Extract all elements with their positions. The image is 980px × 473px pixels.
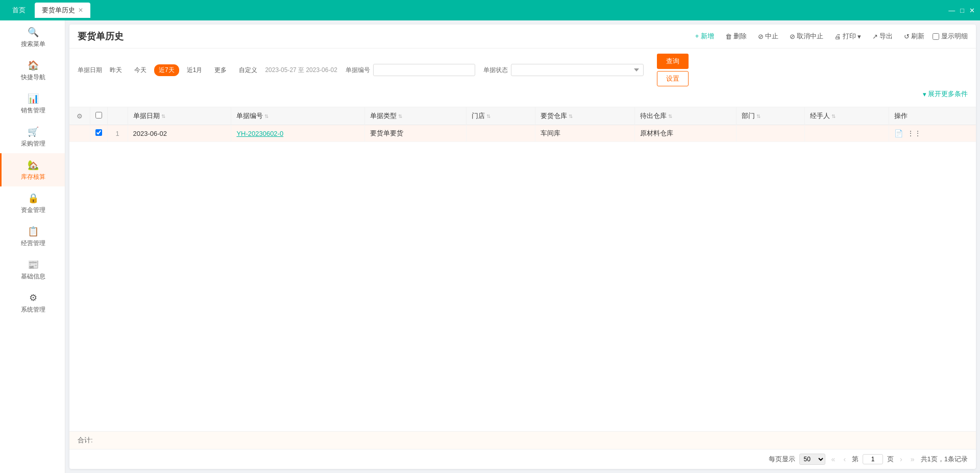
req-warehouse-sort-icon: ⇅ <box>569 113 573 119</box>
td-store <box>467 125 535 142</box>
th-doc-type[interactable]: 单据类型 ⇅ <box>364 107 466 125</box>
td-num: 1 <box>107 125 128 142</box>
doc-number-sort-icon: ⇅ <box>264 113 268 119</box>
close-tab-icon[interactable]: ✕ <box>78 7 83 14</box>
sidebar-item-label-basic-info: 基础信息 <box>21 272 45 281</box>
doc-number-input[interactable] <box>373 64 475 76</box>
date-today-btn[interactable]: 今天 <box>130 64 151 76</box>
th-req-warehouse[interactable]: 要货仓库 ⇅ <box>535 107 634 125</box>
td-doc-date: 2023-06-02 <box>128 125 231 142</box>
main-layout: 🔍 搜索菜单 🏠 快捷导航 📊 销售管理 🛒 采购管理 🏡 库存核算 🔒 资金管… <box>0 20 980 473</box>
th-handler[interactable]: 经手人 ⇅ <box>805 107 889 125</box>
print-button[interactable]: 🖨 打印 ▾ <box>831 30 864 43</box>
close-window-icon[interactable]: ✕ <box>969 7 975 14</box>
quick-nav-icon: 🏠 <box>28 60 39 71</box>
page-size-select[interactable]: 20 50 100 <box>799 454 825 465</box>
filter-row-1: 单据日期 昨天 今天 近7天 近1月 更多 自定义 2023-05-27 至 2… <box>78 54 968 86</box>
date-last1month-btn[interactable]: 近1月 <box>182 64 207 76</box>
page-size-label: 每页显示 <box>769 455 795 464</box>
filter-row-2: ▾ 展开更多条件 <box>78 89 968 99</box>
date-yesterday-btn[interactable]: 昨天 <box>105 64 127 76</box>
td-doc-number[interactable]: YH-20230602-0 <box>231 125 365 142</box>
minimize-icon[interactable]: — <box>948 7 955 14</box>
th-pending-warehouse[interactable]: 待出仓库 ⇅ <box>634 107 736 125</box>
query-button[interactable]: 查询 <box>657 54 689 69</box>
date-more-btn[interactable]: 更多 <box>210 64 231 76</box>
sidebar-item-purchase-mgmt[interactable]: 🛒 采购管理 <box>0 120 65 153</box>
export-label: 导出 <box>879 32 893 41</box>
next-page-btn[interactable]: › <box>898 454 904 464</box>
row-edit-icon[interactable]: 📄 <box>894 129 903 137</box>
th-department[interactable]: 部门 ⇅ <box>736 107 804 125</box>
sidebar-item-quick-nav[interactable]: 🏠 快捷导航 <box>0 54 65 87</box>
sidebar-item-system-mgmt[interactable]: ⚙ 系统管理 <box>0 286 65 319</box>
store-sort-icon: ⇅ <box>486 113 491 119</box>
pagination: 每页显示 20 50 100 « ‹ 第 1 页 › » 共1页，1条记录 <box>69 449 976 469</box>
last-page-btn[interactable]: » <box>909 454 917 464</box>
display-detail-checkbox-group[interactable]: 显示明细 <box>933 32 968 41</box>
td-checkbox[interactable] <box>90 125 107 142</box>
table-wrapper: ⚙ 单据日期 ⇅ <box>69 107 976 431</box>
sidebar-item-basic-info[interactable]: 📰 基础信息 <box>0 253 65 286</box>
date-custom-btn[interactable]: 自定义 <box>234 64 262 76</box>
page-input[interactable]: 1 <box>863 454 883 464</box>
expand-more-btn[interactable]: ▾ 展开更多条件 <box>923 89 968 99</box>
row-more-icon[interactable]: ⋮⋮ <box>907 129 921 137</box>
stop-button[interactable]: ⊘ 中止 <box>755 30 781 43</box>
print-icon: 🖨 <box>835 33 841 40</box>
sidebar-item-inventory-calc[interactable]: 🏡 库存核算 <box>0 153 65 186</box>
th-doc-number[interactable]: 单据编号 ⇅ <box>231 107 365 125</box>
doc-status-filter-group: 单据状态 <box>483 64 644 76</box>
row-checkbox[interactable] <box>95 129 102 136</box>
th-settings[interactable]: ⚙ <box>69 107 90 125</box>
td-department <box>736 125 804 142</box>
stop-icon: ⊘ <box>758 33 764 40</box>
total-info: 共1页，1条记录 <box>921 455 968 464</box>
new-label: + 新增 <box>695 32 714 41</box>
sidebar: 🔍 搜索菜单 🏠 快捷导航 📊 销售管理 🛒 采购管理 🏡 库存核算 🔒 资金管… <box>0 20 65 473</box>
content-area: 要货单历史 + 新增 🗑 删除 ⊘ 中止 ⊘ 取消中止 🖨 <box>69 25 976 469</box>
export-button[interactable]: ↗ 导出 <box>869 30 896 43</box>
basic-info-icon: 📰 <box>28 259 39 270</box>
first-page-btn[interactable]: « <box>829 454 838 464</box>
table-row[interactable]: 1 2023-06-02 YH-20230602-0 要货单要货 <box>69 125 976 142</box>
th-checkbox <box>90 107 107 125</box>
doc-number-filter-group: 单据编号 <box>346 64 475 76</box>
th-doc-date[interactable]: 单据日期 ⇅ <box>128 107 231 125</box>
doc-status-select[interactable] <box>511 64 644 76</box>
display-detail-checkbox[interactable] <box>933 33 939 40</box>
refresh-icon: ↺ <box>904 33 910 40</box>
filter-area: 单据日期 昨天 今天 近7天 近1月 更多 自定义 2023-05-27 至 2… <box>69 49 976 107</box>
sidebar-item-sales-mgmt[interactable]: 📊 销售管理 <box>0 87 65 120</box>
sidebar-item-search-menu[interactable]: 🔍 搜索菜单 <box>0 20 65 54</box>
table-settings-icon[interactable]: ⚙ <box>77 112 83 120</box>
sidebar-item-funds-mgmt[interactable]: 🔒 资金管理 <box>0 186 65 220</box>
prev-page-btn[interactable]: ‹ <box>841 454 848 464</box>
filter-actions: 查询 设置 <box>657 54 689 86</box>
sidebar-item-label-search-menu: 搜索菜单 <box>21 40 45 49</box>
tab-home[interactable]: 首页 <box>5 3 33 18</box>
th-store[interactable]: 门店 ⇅ <box>467 107 535 125</box>
summary-label: 合计: <box>78 436 93 445</box>
setting-button[interactable]: 设置 <box>657 71 689 86</box>
refresh-button[interactable]: ↺ 刷新 <box>901 30 927 43</box>
sidebar-item-label-system-mgmt: 系统管理 <box>21 305 45 314</box>
select-all-checkbox[interactable] <box>95 112 102 119</box>
search-menu-icon: 🔍 <box>28 27 39 38</box>
cancel-stop-label: 取消中止 <box>797 32 823 41</box>
date-last7days-btn[interactable]: 近7天 <box>154 64 179 76</box>
cancel-stop-icon: ⊘ <box>790 33 795 40</box>
th-operations: 操作 <box>889 107 976 125</box>
sidebar-item-operations-mgmt[interactable]: 📋 经营管理 <box>0 220 65 253</box>
delete-icon: 🗑 <box>725 33 732 40</box>
sidebar-item-label-quick-nav: 快捷导航 <box>21 73 45 82</box>
delete-button[interactable]: 🗑 删除 <box>722 30 750 43</box>
cancel-stop-button[interactable]: ⊘ 取消中止 <box>787 30 826 43</box>
date-filter-group: 单据日期 昨天 今天 近7天 近1月 更多 自定义 2023-05-27 至 2… <box>78 64 337 76</box>
new-button[interactable]: + 新增 <box>692 30 717 43</box>
td-operations: 📄 ⋮⋮ <box>889 125 976 142</box>
stop-label: 中止 <box>765 32 778 41</box>
doc-date-sort-icon: ⇅ <box>161 113 165 119</box>
maximize-icon[interactable]: □ <box>960 7 964 14</box>
tab-requisition-history[interactable]: 要货单历史 ✕ <box>35 3 90 18</box>
